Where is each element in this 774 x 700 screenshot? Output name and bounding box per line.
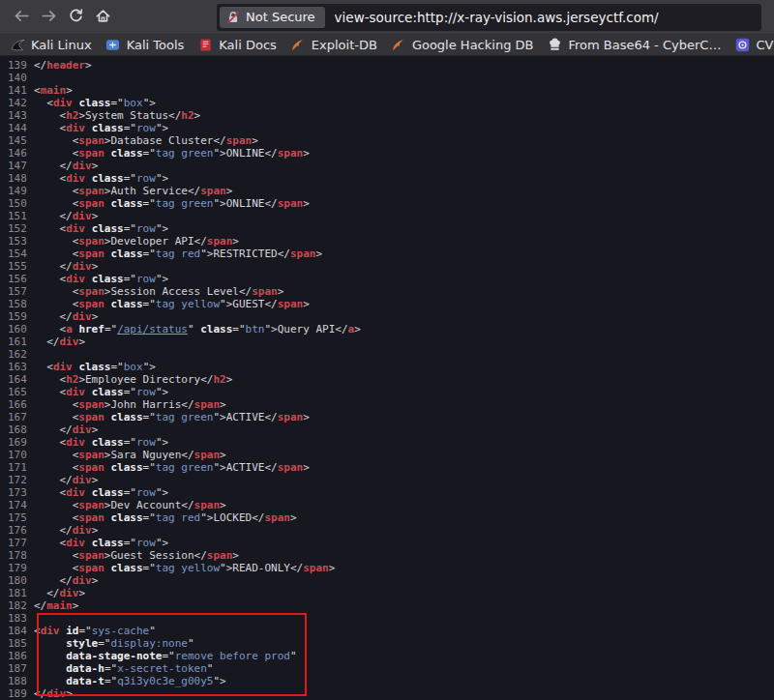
line-number: 172 xyxy=(0,474,34,486)
source-line: 182</main> xyxy=(0,599,774,612)
source-line: 151 </div> xyxy=(0,210,774,222)
line-number: 148 xyxy=(0,172,34,185)
line-number: 160 xyxy=(0,323,34,335)
line-number: 185 xyxy=(0,637,34,650)
line-code: <span class="tag red">LOCKED</span> xyxy=(34,511,297,524)
line-number: 177 xyxy=(0,537,34,549)
line-number: 178 xyxy=(0,549,34,562)
source-line: 152 <div class="row"> xyxy=(0,222,774,235)
line-code: <span>John Harris</span> xyxy=(34,398,226,411)
source-line: 166 <span>John Harris</span> xyxy=(0,398,774,411)
source-line: 189</div> xyxy=(0,687,774,700)
security-badge[interactable]: Not Secure xyxy=(220,7,325,28)
bookmark-label: CVE security vulnerabi… xyxy=(756,35,774,56)
source-line: 173 <div class="row"> xyxy=(0,486,774,499)
line-code: </div> xyxy=(34,335,85,348)
source-line: 161 </div> xyxy=(0,335,774,348)
line-code: </main> xyxy=(34,599,78,612)
kali-docs-icon xyxy=(197,38,213,53)
source-line: 146 <span class="tag green">ONLINE</span… xyxy=(0,147,774,160)
bookmark-exploit-db[interactable]: Exploit-DB xyxy=(283,35,384,55)
line-code: <a href="/api/status" class="btn">Query … xyxy=(34,323,361,335)
source-line: 171 <span class="tag green">ACTIVE</span… xyxy=(0,461,774,474)
cve-icon xyxy=(734,38,750,53)
line-code: <main> xyxy=(34,84,73,97)
line-code: <span>Auth Service</span> xyxy=(34,185,232,197)
refresh-button[interactable] xyxy=(62,4,89,31)
home-button[interactable] xyxy=(89,4,116,31)
line-number: 186 xyxy=(0,650,34,662)
source-line: 149 <span>Auth Service</span> xyxy=(0,185,774,197)
line-number: 154 xyxy=(0,248,34,260)
line-number: 182 xyxy=(0,599,34,612)
source-line: 140 xyxy=(0,72,774,84)
source-line: 164 <h2>Employee Directory</h2> xyxy=(0,373,774,386)
source-line: 162 xyxy=(0,348,774,361)
reload-icon xyxy=(68,8,84,27)
line-code: </div> xyxy=(34,687,73,700)
line-code: <span>Session Access Level</span> xyxy=(34,285,283,298)
line-code: <div class="row"> xyxy=(34,122,168,134)
bookmark-google-hacking-db[interactable]: Google Hacking DB xyxy=(384,35,541,55)
line-number: 181 xyxy=(0,587,34,599)
source-line: 186 data-stage-note="remove before prod" xyxy=(0,650,774,662)
source-line: 176 </div> xyxy=(0,524,774,537)
address-bar[interactable]: Not Secure view-source:http://x-ray-visi… xyxy=(217,4,761,31)
line-code: <div class="row"> xyxy=(34,386,168,398)
cyberchef-icon xyxy=(547,38,562,53)
line-number: 180 xyxy=(0,574,34,587)
forward-button[interactable] xyxy=(35,4,62,31)
bookmark-label: Kali Docs xyxy=(219,35,277,56)
bookmark-kali-linux[interactable]: Kali Linux xyxy=(3,35,99,55)
line-code: <div id="sys-cache" xyxy=(34,625,156,637)
source-line: 185 style="display:none" xyxy=(0,637,774,650)
line-number: 157 xyxy=(0,285,34,298)
line-code: <h2>System Status</h2> xyxy=(34,109,200,122)
line-code: data-t="q3i3y0c3e_g00y5"> xyxy=(34,675,226,687)
bookmark-kali-docs[interactable]: Kali Docs xyxy=(191,35,283,55)
back-arrow-icon xyxy=(14,8,30,27)
line-code: <span>Sara Nguyen</span> xyxy=(34,449,226,461)
kali-tools-icon xyxy=(105,38,121,53)
source-line: 172 </div> xyxy=(0,474,774,486)
source-line: 139</header> xyxy=(0,59,774,72)
source-line: 187 data-h="x-secret-token" xyxy=(0,662,774,675)
line-code: </div> xyxy=(34,260,98,273)
line-number: 162 xyxy=(0,348,34,361)
google-hacking-db-icon xyxy=(391,38,406,53)
line-code: <div class="row"> xyxy=(34,222,168,235)
line-code: </div> xyxy=(34,210,98,222)
line-number: 183 xyxy=(0,612,34,625)
view-source-content: 139</header>140141<main>142 <div class="… xyxy=(0,56,774,700)
source-line: 169 <div class="row"> xyxy=(0,436,774,449)
source-line: 165 <div class="row"> xyxy=(0,386,774,398)
source-line: 188 data-t="q3i3y0c3e_g00y5"> xyxy=(0,675,774,687)
line-code: </div> xyxy=(34,587,85,599)
line-number: 175 xyxy=(0,511,34,524)
bookmark-cve-security-vulnerabi[interactable]: CVE security vulnerabi… xyxy=(728,35,774,55)
source-line: 142 <div class="box"> xyxy=(0,97,774,109)
line-number: 151 xyxy=(0,210,34,222)
line-code: </div> xyxy=(34,574,98,587)
source-line: 183 xyxy=(0,612,774,625)
line-number: 150 xyxy=(0,197,34,210)
source-line: 141<main> xyxy=(0,84,774,97)
source-line: 178 <span>Guest Session</span> xyxy=(0,549,774,562)
line-code: <h2>Employee Directory</h2> xyxy=(34,373,232,386)
line-number: 155 xyxy=(0,260,34,273)
line-number: 169 xyxy=(0,436,34,449)
line-code: <span>Developer API</span> xyxy=(34,235,239,248)
bookmark-label: Kali Linux xyxy=(31,35,92,56)
source-line: 144 <div class="row"> xyxy=(0,122,774,134)
bookmark-kali-tools[interactable]: Kali Tools xyxy=(99,35,192,55)
source-href-link[interactable]: /api/status xyxy=(117,323,188,335)
home-icon xyxy=(95,8,111,27)
line-number: 139 xyxy=(0,59,34,72)
back-button[interactable] xyxy=(8,4,35,31)
line-number: 184 xyxy=(0,625,34,637)
url-text: view-source:http://x-ray-vision.aws.jers… xyxy=(335,10,659,25)
line-number: 143 xyxy=(0,109,34,122)
bookmark-from-base64-cyberc[interactable]: From Base64 - CyberC… xyxy=(540,35,728,55)
source-line: 181 </div> xyxy=(0,587,774,599)
line-code: </div> xyxy=(34,310,98,323)
